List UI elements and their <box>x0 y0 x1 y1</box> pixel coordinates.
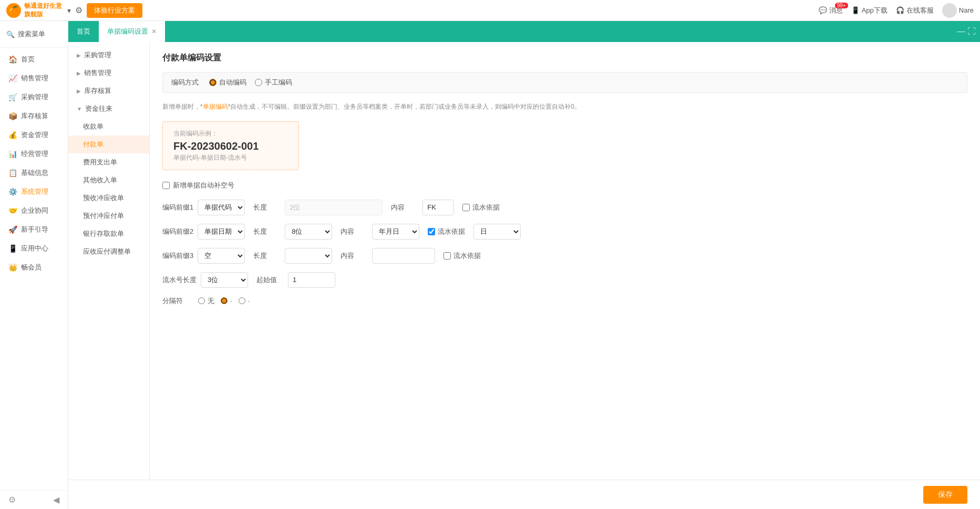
download-icon: 📱 <box>851 6 860 14</box>
sidebar-item-apps[interactable]: 📱 应用中心 <box>0 239 68 258</box>
sub-menu-item-prepay-offset[interactable]: 预收冲应收单 <box>68 189 149 207</box>
prefix1-label: 编码前缀1 <box>162 203 193 212</box>
stream1-checkbox[interactable]: 流水依据 <box>462 203 500 212</box>
top-bar: 🍊 畅通道好生意 旗舰版 ▾ ⚙ 体验行业方案 💬 消息 99+ 📱 App下载… <box>0 0 980 21</box>
separator-dot1-radio[interactable] <box>221 297 228 304</box>
top-bar-controls: ▾ ⚙ 体验行业方案 <box>67 3 142 18</box>
sidebar-item-sales[interactable]: 📈 销售管理 <box>0 69 68 88</box>
app-logo: 🍊 畅通道好生意 旗舰版 <box>6 2 62 18</box>
sub-menu-group-capital: ▼ 资金往来 收款单 付款单 费用支出单 其他收入单 预收冲应收单 预付冲应付单… <box>68 100 149 261</box>
sub-menu-group-inventory-title[interactable]: ▶ 库存核算 <box>68 82 149 100</box>
length2-select[interactable]: 8位 <box>285 224 332 240</box>
operations-icon: 📊 <box>8 150 17 158</box>
sidebar-search[interactable]: 🔍 搜索菜单 <box>6 26 61 42</box>
info-text: 新增单据时，*单据编码*自动生成，不可编辑。前缀设置为部门、业务员等档案类，开单… <box>162 101 967 113</box>
sidebar-nav: 🏠 首页 📈 销售管理 🛒 采购管理 📦 库存核算 💰 资金管理 📊 经 <box>0 48 68 490</box>
collapse-arrow-icon: ▶ <box>77 53 81 58</box>
serial-length-select[interactable]: 3位 <box>201 272 248 288</box>
encode-radio-group: 自动编码 手工编码 <box>209 78 292 87</box>
manual-encode-radio[interactable] <box>255 79 262 86</box>
auto-encode-option[interactable]: 自动编码 <box>209 78 246 87</box>
save-button[interactable]: 保存 <box>923 486 967 504</box>
separator-dot1[interactable]: · <box>221 297 232 305</box>
sub-menu-item-advance-offset[interactable]: 预付冲应付单 <box>68 207 149 225</box>
user-avatar[interactable]: Nare <box>942 3 974 18</box>
sidebar-item-basic-info[interactable]: 📋 基础信息 <box>0 163 68 182</box>
separator-none[interactable]: 无 <box>198 296 214 306</box>
content1-input[interactable] <box>422 200 454 215</box>
stream3-checkbox[interactable]: 流水依据 <box>443 251 481 261</box>
sidebar-item-operations[interactable]: 📊 经营管理 <box>0 144 68 163</box>
manual-encode-option[interactable]: 手工编码 <box>255 78 292 87</box>
prefix3-select[interactable]: 空 <box>198 248 245 264</box>
code-preview-value: FK-20230602-001 <box>173 140 288 152</box>
start-value-input[interactable] <box>288 272 335 288</box>
sub-menu-item-receipt[interactable]: 收款单 <box>68 118 149 136</box>
stream2-unit-select[interactable]: 日 <box>473 224 521 240</box>
length2-label: 长度 <box>253 227 281 236</box>
tab-minimize-icon[interactable]: — <box>957 27 965 36</box>
serial-length-field: 流水号长度 3位 <box>162 272 248 288</box>
separator-none-radio[interactable] <box>198 297 205 304</box>
stream2-checkbox[interactable]: 流水依据 <box>428 227 465 236</box>
footer-settings-icon[interactable]: ⚙ <box>8 495 16 505</box>
sidebar-item-finance[interactable]: 💰 资金管理 <box>0 126 68 144</box>
online-service-button[interactable]: 🎧 在线客服 <box>896 6 934 15</box>
stream1-check[interactable] <box>462 204 470 211</box>
content3-field: 内容 <box>341 248 435 264</box>
sub-menu-group-purchase-title[interactable]: ▶ 采购管理 <box>68 46 149 64</box>
content-inner: ▶ 采购管理 ▶ 销售管理 ▶ 库存核算 <box>68 42 980 480</box>
expand-arrow-icon: ▼ <box>77 106 82 112</box>
enterprise-icon: 🤝 <box>8 206 17 215</box>
sub-menu-item-other-income[interactable]: 其他收入单 <box>68 171 149 189</box>
length3-select[interactable] <box>285 248 332 264</box>
sidebar-item-system[interactable]: ⚙️ 系统管理 <box>0 182 68 201</box>
length1-field: 长度 <box>253 200 383 215</box>
encode-method-label: 编码方式 <box>171 78 199 87</box>
sub-menu-group-capital-title[interactable]: ▼ 资金往来 <box>68 100 149 118</box>
sub-menu-item-bank[interactable]: 银行存取款单 <box>68 225 149 243</box>
sidebar-item-enterprise[interactable]: 🤝 企业协同 <box>0 201 68 220</box>
sales-icon: 📈 <box>8 74 17 82</box>
length1-label: 长度 <box>253 203 281 212</box>
main-layout: 🔍 搜索菜单 🏠 首页 📈 销售管理 🛒 采购管理 📦 库存核算 💰 <box>0 21 980 509</box>
stream2-check[interactable] <box>428 228 435 235</box>
sub-menu-group-inventory: ▶ 库存核算 <box>68 82 149 100</box>
settings-icon[interactable]: ⚙ <box>75 5 82 15</box>
dropdown-arrow-icon[interactable]: ▾ <box>67 6 71 15</box>
sidebar-item-purchase[interactable]: 🛒 采购管理 <box>0 88 68 107</box>
stream3-check[interactable] <box>443 252 451 259</box>
prefix2-select[interactable]: 单据日期 <box>198 224 245 240</box>
content2-select[interactable]: 年月日 <box>372 224 419 240</box>
tab-home[interactable]: 首页 <box>68 21 99 42</box>
sub-menu-item-expense[interactable]: 费用支出单 <box>68 153 149 171</box>
separator-dot2[interactable]: · <box>239 297 250 305</box>
sidebar-item-vip[interactable]: 👑 畅会员 <box>0 258 68 277</box>
sub-menu-group-sales-title[interactable]: ▶ 销售管理 <box>68 64 149 82</box>
content2-field: 内容 年月日 <box>341 224 419 240</box>
prefix1-select[interactable]: 单据代码 <box>198 200 245 215</box>
sidebar-item-inventory[interactable]: 📦 库存核算 <box>0 107 68 126</box>
serial-row: 流水号长度 3位 起始值 <box>162 272 967 288</box>
trial-button[interactable]: 体验行业方案 <box>87 3 142 18</box>
content3-input[interactable] <box>372 248 435 264</box>
footer-collapse-icon[interactable]: ◀ <box>53 495 59 505</box>
search-icon: 🔍 <box>6 30 15 38</box>
app-download-button[interactable]: 📱 App下载 <box>851 6 888 15</box>
separator-dot2-radio[interactable] <box>239 297 245 304</box>
sidebar-item-home[interactable]: 🏠 首页 <box>0 50 68 69</box>
tab-maximize-icon[interactable]: ⛶ <box>967 27 976 36</box>
page-title: 付款单编码设置 <box>162 53 967 64</box>
auto-fill-checkbox[interactable] <box>162 182 170 189</box>
sub-menu-item-payment[interactable]: 付款单 <box>68 136 149 153</box>
tab-encode-setting[interactable]: 单据编码设置 ✕ <box>99 21 165 42</box>
tab-close-icon[interactable]: ✕ <box>151 28 157 35</box>
basic-info-icon: 📋 <box>8 169 17 177</box>
auto-encode-radio[interactable] <box>209 79 216 86</box>
message-button[interactable]: 💬 消息 99+ <box>819 6 843 15</box>
sub-menu: ▶ 采购管理 ▶ 销售管理 ▶ 库存核算 <box>68 42 150 480</box>
bottom-bar: 保存 <box>68 480 980 509</box>
sub-menu-item-adjustment[interactable]: 应收应付调整单 <box>68 243 149 261</box>
separator-label: 分隔符 <box>162 296 190 306</box>
sidebar-item-guide[interactable]: 🚀 新手引导 <box>0 220 68 239</box>
